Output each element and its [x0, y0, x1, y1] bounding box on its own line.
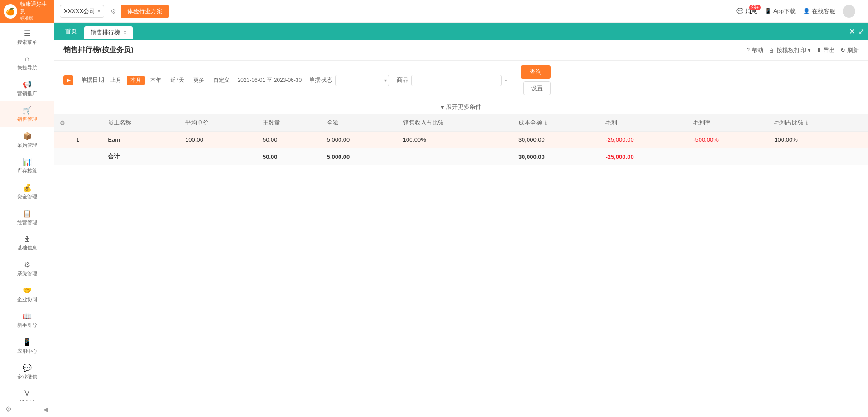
sidebar-logo: 🍊 畅康通好生意 标准版: [0, 0, 54, 23]
tab-expand-button[interactable]: ⤢: [858, 27, 864, 36]
sales-icon: 🛒: [23, 106, 32, 115]
date-opt-more[interactable]: 更多: [190, 76, 208, 85]
col-total: 全额: [321, 114, 398, 132]
sidebar-item-apps[interactable]: 📱 应用中心: [0, 333, 54, 359]
footer-gross-pct: [769, 148, 868, 166]
trial-button[interactable]: 体验行业方案: [121, 5, 169, 18]
date-opt-custom[interactable]: 自定义: [210, 76, 233, 85]
close-icon[interactable]: ×: [124, 30, 126, 35]
home-tab-label: 首页: [65, 27, 77, 35]
cost-info-icon[interactable]: ℹ: [545, 120, 547, 125]
sidebar-item-member[interactable]: V 畅会员: [0, 385, 54, 401]
footer-gross: -25,000.00: [600, 148, 688, 166]
wechat-icon: 💬: [23, 364, 32, 372]
export-button[interactable]: ⬇ 导出: [816, 46, 835, 54]
sidebar-item-finance[interactable]: 💰 资金管理: [0, 179, 54, 205]
sidebar-item-wechat[interactable]: 💬 企业微信: [0, 359, 54, 385]
date-options: 上月 本月 本年 近7天 更多 自定义: [107, 76, 233, 85]
footer-sales-pct: [398, 148, 513, 166]
footer-quantity: 50.00: [257, 148, 321, 166]
marketing-icon: 📢: [23, 80, 32, 89]
content-area: 销售排行榜(按业务员) ? 帮助 🖨 按模板打印 ▾ ⬇ 导出 ↻ 刷新: [54, 40, 868, 417]
sidebar-label-base: 基础信息: [17, 244, 37, 251]
collab-icon: 🤝: [23, 286, 32, 295]
footer-label: 合计: [102, 148, 180, 166]
tab-close-button[interactable]: ✕: [849, 27, 855, 36]
sidebar-label-sales: 销售管理: [17, 116, 37, 123]
table-wrapper: ⚙ 员工名称 平均单价 主数量 全额 销售收入占比% 成本全额 ℹ 毛利 毛利率…: [54, 114, 868, 417]
col-settings[interactable]: ⚙: [54, 114, 71, 132]
sidebar-item-collab[interactable]: 🤝 企业协同: [0, 282, 54, 307]
query-button[interactable]: 查询: [521, 65, 551, 79]
avatar[interactable]: [843, 5, 855, 18]
tabbar-actions: ✕ ⤢: [849, 27, 864, 36]
col-sales-pct: 销售收入占比%: [398, 114, 513, 132]
footer-gross-rate: [688, 148, 769, 166]
company-selector[interactable]: XXXXX公司 ▾: [60, 5, 104, 18]
expand-conditions-button[interactable]: ▾ 展开更多条件: [441, 103, 481, 111]
goods-input[interactable]: [411, 75, 502, 86]
date-opt-this-month[interactable]: 本月: [127, 76, 145, 85]
col-quantity: 主数量: [257, 114, 321, 132]
print-button[interactable]: 🖨 按模板打印 ▾: [769, 46, 811, 54]
refresh-button[interactable]: ↻ 刷新: [840, 46, 859, 54]
chevron-down-icon: ▾: [98, 9, 100, 14]
sidebar-item-operations[interactable]: 📋 经营管理: [0, 205, 54, 230]
filter-bar: ▶ 单据日期 上月 本月 本年 近7天 更多 自定义 2023-06-01 至 …: [54, 61, 868, 100]
sidebar-item-nav[interactable]: ⌂ 快捷导航: [0, 50, 54, 76]
sidebar-label-purchase: 采购管理: [17, 142, 37, 149]
message-button[interactable]: 💬 消息 99+: [736, 7, 757, 15]
sidebar-label-inventory: 库存核算: [17, 168, 37, 174]
filter-toggle-button[interactable]: ▶: [63, 75, 73, 85]
settings-icon[interactable]: ⚙: [5, 405, 12, 413]
sidebar-item-sales[interactable]: 🛒 销售管理: [0, 101, 54, 127]
app-download-button[interactable]: 📱 App下载: [764, 7, 796, 15]
sidebar-item-purchase[interactable]: 📦 采购管理: [0, 127, 54, 153]
sidebar-item-system[interactable]: ⚙ 系统管理: [0, 256, 54, 282]
col-gross: 毛利: [600, 114, 688, 132]
sidebar-item-marketing[interactable]: 📢 营销推广: [0, 76, 54, 101]
collapse-icon[interactable]: ◀: [43, 406, 48, 413]
help-button[interactable]: ? 帮助: [747, 46, 763, 54]
topbar: XXXXX公司 ▾ ⚙ 体验行业方案 💬 消息 99+ 📱 App下载 👤 在线…: [54, 0, 868, 23]
col-avg-price: 平均单价: [180, 114, 257, 132]
logo-title: 畅康通好生意: [20, 1, 50, 15]
date-opt-last-month[interactable]: 上月: [107, 76, 125, 85]
refresh-label: 刷新: [847, 46, 859, 54]
footer-cost: 30,000.00: [513, 148, 600, 166]
sidebar-label-apps: 应用中心: [17, 348, 37, 355]
finance-icon: 💰: [23, 183, 32, 192]
date-range-display: 2023-06-01 至 2023-06-30: [238, 77, 302, 84]
print-chevron-icon: ▾: [808, 47, 811, 53]
sidebar-label-operations: 经营管理: [17, 219, 37, 226]
online-service-button[interactable]: 👤 在线客服: [803, 7, 835, 15]
sidebar-label-wechat: 企业微信: [17, 374, 37, 380]
table-header: ⚙ 员工名称 平均单价 主数量 全额 销售收入占比% 成本全额 ℹ 毛利 毛利率…: [54, 114, 868, 132]
app-label: App下载: [773, 7, 796, 15]
sidebar-item-guide[interactable]: 📖 新手引导: [0, 307, 54, 333]
gross-pct-info-icon[interactable]: ℹ: [806, 120, 808, 125]
gear-icon[interactable]: ⚙: [110, 8, 116, 15]
tab-sales-ranking[interactable]: 销售排行榜 ×: [84, 26, 133, 39]
system-icon: ⚙: [24, 260, 30, 269]
settings-button[interactable]: 设置: [523, 81, 551, 95]
sidebar-item-inventory[interactable]: 📊 库存核算: [0, 153, 54, 179]
operations-icon: 📋: [23, 209, 32, 218]
date-opt-this-year[interactable]: 本年: [147, 76, 165, 85]
date-opt-7days[interactable]: 近7天: [167, 76, 188, 85]
sidebar-label-finance: 资金管理: [17, 193, 37, 200]
tab-home[interactable]: 首页: [58, 23, 84, 40]
sidebar-item-search[interactable]: ☰ 搜索菜单: [0, 24, 54, 50]
row-gross-pct: 100.00%: [769, 132, 868, 148]
sidebar-item-base[interactable]: 🗄 基础信息: [0, 230, 54, 256]
logo-icon: 🍊: [4, 4, 17, 19]
col-gross-rate: 毛利率: [688, 114, 769, 132]
table-row: 1 Eam 100.00 50.00 5,000.00 100.00% 30,0…: [54, 132, 868, 148]
date-filter-group: 单据日期 上月 本月 本年 近7天 更多 自定义 2023-06-01 至 20…: [81, 76, 302, 85]
status-select[interactable]: [335, 75, 389, 86]
footer-avg-price: [180, 148, 257, 166]
base-icon: 🗄: [24, 235, 31, 243]
more-options-icon[interactable]: ···: [504, 77, 509, 83]
sidebar-label-guide: 新手引导: [17, 322, 37, 329]
sidebar-bottom: ⚙ ◀: [0, 401, 54, 417]
